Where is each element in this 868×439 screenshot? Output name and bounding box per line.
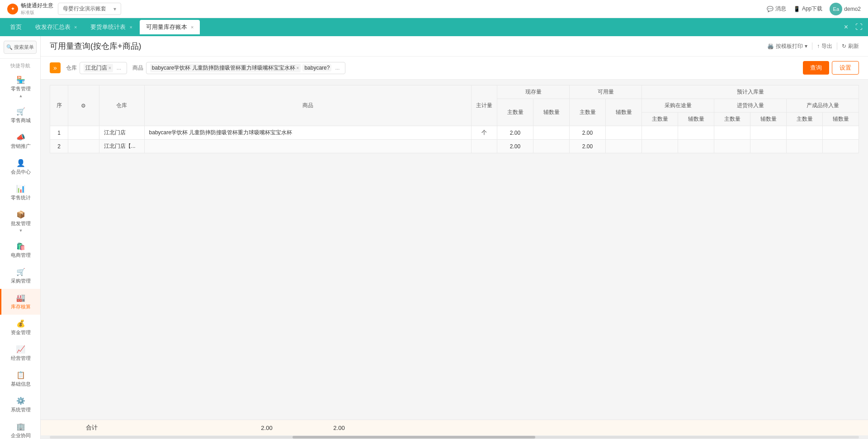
user-menu[interactable]: Ea demo2 <box>830 3 861 15</box>
finance-icon: 💰 <box>16 319 25 328</box>
warehouse-more-button[interactable]: ... <box>115 65 123 71</box>
scrollbar-track[interactable] <box>50 436 859 439</box>
member-icon: 👤 <box>16 159 25 167</box>
sidebar-item-retail-mgmt[interactable]: 🏪 零售管理 ▲ <box>0 71 40 103</box>
logo-text: 畅捷通好生意 <box>21 2 53 9</box>
page-header-actions: 🖨️ 按模板打印 ▾ ↑ 导出 ↻ 刷新 <box>767 42 859 50</box>
sidebar-item-ecom-mgmt[interactable]: 🛍️ 电商管理 <box>0 237 40 263</box>
filter-actions: 查询 设置 <box>803 61 859 75</box>
row1-num: 1 <box>50 126 68 140</box>
refresh-button[interactable]: ↻ 刷新 <box>842 42 859 50</box>
row1-pt-main <box>642 126 678 140</box>
product-tag: babycare学饮杯 儿童防摔防撞吸管杯重力球吸嘴杯宝宝水杯 × <box>150 64 301 72</box>
tab-order-stats-close[interactable]: × <box>129 24 132 30</box>
th-product: 商品 <box>144 85 471 126</box>
sidebar-item-retail-mall[interactable]: 🛒 零售商城 <box>0 103 40 128</box>
divider2 <box>837 42 837 50</box>
th-stock-aux: 辅数量 <box>533 99 570 126</box>
main-layout: 🔍 搜索菜单 快捷导航 🏪 零售管理 ▲ 🛒 零售商城 📣 营销推广 👤 会员中… <box>0 36 868 439</box>
sidebar-item-wholesale-mgmt[interactable]: 📦 批发管理 ▼ <box>0 206 40 237</box>
filter-bar: » 仓库 江北门店 × ... 商品 babycare学饮杯 儿童防摔防撞吸管杯… <box>41 57 868 80</box>
warehouse-input[interactable]: 江北门店 × ... <box>80 62 127 74</box>
refresh-icon: ↻ <box>842 43 846 49</box>
warehouse-remove-button[interactable]: × <box>108 66 111 71</box>
template-print-button[interactable]: 🖨️ 按模板打印 ▾ <box>767 42 807 50</box>
product-filter: 商品 babycare学饮杯 儿童防摔防撞吸管杯重力球吸嘴杯宝宝水杯 × bab… <box>132 62 346 74</box>
row2-product <box>144 140 471 153</box>
warehouse-tag: 江北门店 × <box>84 64 113 72</box>
sidebar-item-finance[interactable]: 💰 资金管理 <box>0 315 40 340</box>
message-icon: 💬 <box>767 6 774 12</box>
tab-available-stock-label: 可用量库存账本 <box>146 23 187 31</box>
scrollbar-area <box>41 435 868 439</box>
sidebar-item-system-mgmt[interactable]: ⚙️ 系统管理 <box>0 392 40 418</box>
app-download-button[interactable]: 📱 App下载 <box>793 5 822 13</box>
top-bar-left: ✦ 畅捷通好生意 标准版 母婴行业演示账套 ▾ <box>7 2 121 16</box>
sidebar: 🔍 搜索菜单 快捷导航 🏪 零售管理 ▲ 🛒 零售商城 📣 营销推广 👤 会员中… <box>0 36 41 439</box>
sidebar-search-button[interactable]: 🔍 搜索菜单 <box>4 41 37 54</box>
tab-receive-pay-close[interactable]: × <box>74 24 77 30</box>
tab-order-stats[interactable]: 要货单统计表 × <box>84 20 138 34</box>
sidebar-item-inventory[interactable]: 🏭 库存核算 <box>0 289 40 315</box>
th-purchase-pending: 进货待入量 <box>714 99 787 113</box>
system-icon: ⚙️ <box>16 397 25 405</box>
sidebar-item-marketing[interactable]: 📣 营销推广 <box>0 128 40 154</box>
tab-close-all-button[interactable]: × <box>842 21 850 33</box>
tab-available-stock[interactable]: 可用量库存账本 × <box>140 20 200 34</box>
chevron-down-icon: ▾ <box>805 43 807 49</box>
retail-mall-icon: 🛒 <box>16 107 25 116</box>
row2-pp-main <box>714 140 750 153</box>
tab-available-stock-close[interactable]: × <box>191 24 193 30</box>
th-settings[interactable]: ⚙ <box>68 85 99 126</box>
scrollbar-thumb[interactable] <box>292 436 535 439</box>
ecom-icon: 🛍️ <box>16 242 25 250</box>
message-button[interactable]: 💬 消息 <box>767 5 786 13</box>
row2-avail-aux <box>606 140 642 153</box>
sidebar-item-operations[interactable]: 📈 经营管理 <box>0 340 40 366</box>
product-more-button[interactable]: ... <box>333 65 341 71</box>
sidebar-item-retail-stats[interactable]: 📊 零售统计 <box>0 180 40 206</box>
th-main-unit: 主计量 <box>472 85 497 126</box>
tab-bar: 首页 收发存汇总表 × 要货单统计表 × 可用量库存账本 × × ⛶ <box>0 18 868 36</box>
th-num: 序 <box>50 85 68 126</box>
row2-prod-main <box>787 140 823 153</box>
sidebar-quick-nav[interactable]: 快捷导航 <box>0 59 40 71</box>
demo-selector[interactable]: 母婴行业演示账套 ▾ <box>58 3 121 15</box>
sidebar-item-enterprise[interactable]: 🏢 企业协同 <box>0 418 40 439</box>
chevron-down-icon: ▾ <box>113 6 116 12</box>
marketing-icon: 📣 <box>16 133 25 142</box>
tab-home[interactable]: 首页 <box>4 20 28 34</box>
th-pt-aux: 辅数量 <box>678 113 714 126</box>
tab-receive-pay[interactable]: 收发存汇总表 × <box>29 20 83 34</box>
th-pt-main: 主数量 <box>642 113 678 126</box>
sidebar-item-member[interactable]: 👤 会员中心 <box>0 154 40 180</box>
product-input[interactable]: babycare学饮杯 儿童防摔防撞吸管杯重力球吸嘴杯宝宝水杯 × babyca… <box>146 62 346 74</box>
footer-stock-main: 2.00 <box>249 425 285 431</box>
filter-toggle-button[interactable]: » <box>50 62 61 73</box>
inventory-icon: 🏭 <box>16 293 25 302</box>
row1-stock-main: 2.00 <box>497 126 533 140</box>
row1-prod-aux <box>823 126 859 140</box>
th-prod-main: 主数量 <box>787 113 823 126</box>
row1-avail-main: 2.00 <box>570 126 606 140</box>
warehouse-filter: 仓库 江北门店 × ... <box>66 62 127 74</box>
print-icon: 🖨️ <box>767 43 774 49</box>
page-title: 可用量查询(按仓库+商品) <box>50 41 142 52</box>
sidebar-item-purchase-mgmt[interactable]: 🛒 采购管理 <box>0 263 40 289</box>
footer-avail-main: 2.00 <box>321 425 357 431</box>
row2-settings <box>68 140 99 153</box>
row2-pt-aux <box>678 140 714 153</box>
operations-icon: 📈 <box>16 345 25 354</box>
tab-maximize-button[interactable]: ⛶ <box>854 21 864 33</box>
th-current-stock: 现存量 <box>497 85 570 99</box>
th-pp-aux: 辅数量 <box>750 113 787 126</box>
row1-stock-aux <box>533 126 570 140</box>
sidebar-item-basic-info[interactable]: 📋 基础信息 <box>0 366 40 392</box>
query-button[interactable]: 查询 <box>803 61 829 75</box>
row2-stock-main: 2.00 <box>497 140 533 153</box>
export-button[interactable]: ↑ 导出 <box>817 42 832 50</box>
product-remove-button[interactable]: × <box>297 66 299 71</box>
table-row: 1 江北门店 babycare学饮杯 儿童防摔防撞吸管杯重力球吸嘴杯宝宝水杯 个… <box>50 126 859 140</box>
th-production-pending: 产成品待入量 <box>787 99 859 113</box>
settings-button[interactable]: 设置 <box>832 61 859 75</box>
